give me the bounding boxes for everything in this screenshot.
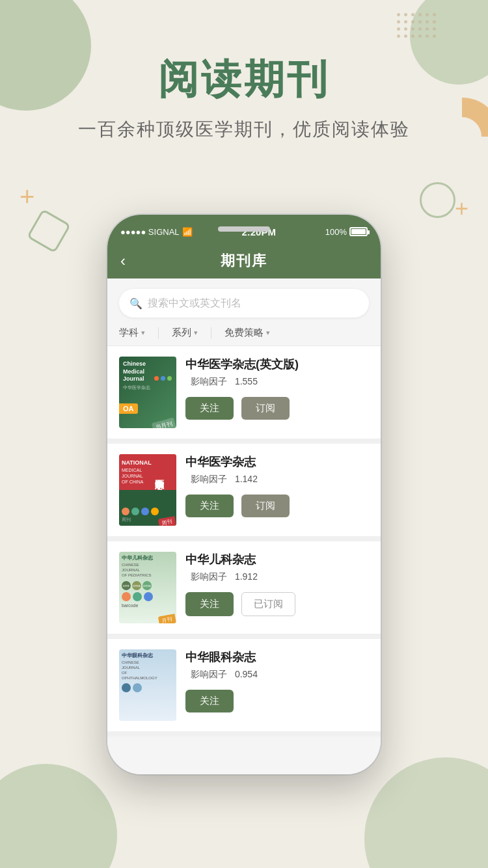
journal-actions-erke: 关注 已订阅 xyxy=(185,592,369,616)
phone-content: 🔍 搜索中文或英文刊名 学科 ▾ 系列 ▾ 免费策略 ▾ xyxy=(107,278,381,774)
journal-item-cmj: ChineseMedicalJournal 中华医学杂志 OA 当月刊 xyxy=(107,346,381,444)
search-section: 🔍 搜索中文或英文刊名 xyxy=(107,278,381,324)
journal-actions-zhonghua: 关注 订阅 xyxy=(185,495,369,517)
phone-mockup: ●●●●● SIGNAL 📶 2:20PM 100% ‹ 期刊库 🔍 搜索中 xyxy=(107,215,381,774)
journal-actions-cmj: 关注 订阅 xyxy=(185,397,369,420)
phone-speaker xyxy=(218,226,270,232)
circle-right xyxy=(420,182,455,218)
blob-bottom-right xyxy=(364,757,488,868)
journal-item-yanke: 中华眼科杂志 CHINESEJOURNALOFOPHTHALMOLOGY 中华眼… xyxy=(107,639,381,737)
nav-title: 期刊库 xyxy=(221,251,267,271)
policy-arrow-icon: ▾ xyxy=(266,329,270,337)
status-battery: 100% xyxy=(325,227,368,237)
hero-section: 阅读期刊 一百余种顶级医学期刊，优质阅读体验 xyxy=(0,52,488,142)
journal-info-yanke: 中华眼科杂志 影响因子 0.954 关注 xyxy=(185,649,369,712)
plus-right-icon: + xyxy=(455,195,468,223)
journal-cover-zhonghua: NATIONAL MEDICAL JOURNAL OF CHINA 中华医学杂志 xyxy=(119,454,176,526)
subscribe-button-cmj[interactable]: 订阅 xyxy=(241,397,290,420)
series-arrow-icon: ▾ xyxy=(194,329,198,337)
blob-bottom-left xyxy=(0,764,117,868)
journal-impact-cmj: 影响因子 1.555 xyxy=(185,376,369,388)
journal-cover-erke: 中华儿科杂志 CHINESEJOURNALOF PEDIATRICS cmr c… xyxy=(119,552,176,623)
journal-info-zhonghua: 中华医学杂志 影响因子 1.142 关注 订阅 xyxy=(185,454,369,517)
search-bar[interactable]: 🔍 搜索中文或英文刊名 xyxy=(119,289,369,318)
battery-icon xyxy=(349,227,368,236)
phone-frame: ●●●●● SIGNAL 📶 2:20PM 100% ‹ 期刊库 🔍 搜索中 xyxy=(107,215,381,774)
hexagon-left xyxy=(27,209,71,253)
filter-series[interactable]: 系列 ▾ xyxy=(172,327,198,339)
journal-name-cmj: 中华医学杂志(英文版) xyxy=(185,357,369,372)
signal-indicator: ●●●●● SIGNAL 📶 xyxy=(120,227,193,237)
subject-arrow-icon: ▾ xyxy=(141,329,145,337)
monthly-badge-erke: 月刊 xyxy=(158,614,176,623)
follow-button-zhonghua[interactable]: 关注 xyxy=(185,495,234,517)
journal-item-erke: 中华儿科杂志 CHINESEJOURNALOF PEDIATRICS cmr c… xyxy=(107,541,381,639)
journal-item-zhonghua: NATIONAL MEDICAL JOURNAL OF CHINA 中华医学杂志 xyxy=(107,444,381,541)
journal-name-erke: 中华儿科杂志 xyxy=(185,552,369,567)
filter-subject[interactable]: 学科 ▾ xyxy=(119,327,145,339)
search-input[interactable]: 搜索中文或英文刊名 xyxy=(148,297,241,310)
plus-left-icon: + xyxy=(20,182,34,211)
follow-button-erke[interactable]: 关注 xyxy=(185,592,234,616)
journal-impact-zhonghua: 影响因子 1.142 xyxy=(185,474,369,485)
filter-divider-1 xyxy=(158,327,159,339)
follow-button-cmj[interactable]: 关注 xyxy=(185,397,234,420)
journal-list: ChineseMedicalJournal 中华医学杂志 OA 当月刊 xyxy=(107,346,381,737)
journal-impact-yanke: 影响因子 0.954 xyxy=(185,669,369,681)
hero-title: 阅读期刊 xyxy=(0,52,488,107)
journal-cover-cmj: ChineseMedicalJournal 中华医学杂志 OA 当月刊 xyxy=(119,357,176,428)
subscribe-button-zhonghua[interactable]: 订阅 xyxy=(241,495,290,517)
journal-info-cmj: 中华医学杂志(英文版) 影响因子 1.555 关注 订阅 xyxy=(185,357,369,420)
back-button[interactable]: ‹ xyxy=(120,252,126,270)
oa-badge: OA xyxy=(119,403,138,414)
filter-divider-2 xyxy=(211,327,211,339)
journal-impact-erke: 影响因子 1.912 xyxy=(185,571,369,583)
monthly-badge: 当月刊 xyxy=(152,418,176,428)
subscribed-button-erke[interactable]: 已订阅 xyxy=(241,592,295,616)
filter-free-policy[interactable]: 免费策略 ▾ xyxy=(224,327,270,339)
filter-tabs: 学科 ▾ 系列 ▾ 免费策略 ▾ xyxy=(107,324,381,346)
journal-actions-yanke: 关注 xyxy=(185,690,369,712)
journal-info-erke: 中华儿科杂志 影响因子 1.912 关注 已订阅 xyxy=(185,552,369,616)
journal-name-zhonghua: 中华医学杂志 xyxy=(185,454,369,470)
journal-name-yanke: 中华眼科杂志 xyxy=(185,649,369,665)
search-icon: 🔍 xyxy=(129,297,142,310)
nav-bar: ‹ 期刊库 xyxy=(107,243,381,278)
journal-cover-yanke: 中华眼科杂志 CHINESEJOURNALOFOPHTHALMOLOGY xyxy=(119,649,176,721)
wifi-icon: 📶 xyxy=(182,227,193,237)
follow-button-yanke[interactable]: 关注 xyxy=(185,690,234,712)
hero-subtitle: 一百余种顶级医学期刊，优质阅读体验 xyxy=(0,117,488,142)
